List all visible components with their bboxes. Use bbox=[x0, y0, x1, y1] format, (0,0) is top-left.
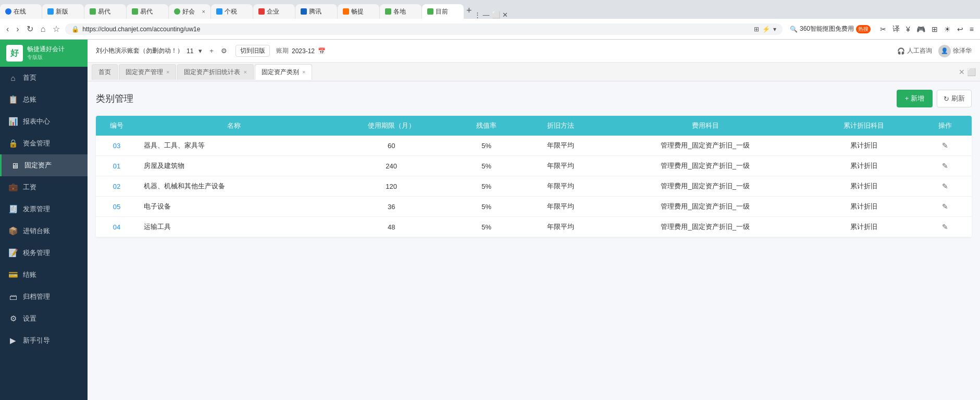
page-tabs: 首页 固定资产管理 × 固定资产折旧统计表 × 固定资产类别 × ✕ ⬜ bbox=[88, 63, 980, 81]
logo-sub: 专版版 bbox=[27, 54, 65, 61]
user-avatar[interactable]: 👤 徐泽华 bbox=[938, 45, 972, 57]
browser-tab-t2[interactable]: 新版 bbox=[42, 4, 84, 19]
sidebar-item-settings[interactable]: ⚙ 设置 bbox=[0, 308, 88, 330]
username-label: 徐泽华 bbox=[953, 46, 972, 55]
sidebar-item-label-invoice: 发票管理 bbox=[23, 204, 50, 214]
cell-residual: 5% bbox=[453, 136, 520, 156]
tab-maximize-button[interactable]: ⬜ bbox=[492, 11, 500, 19]
edit-button[interactable]: ✎ bbox=[918, 176, 972, 197]
grid-icon[interactable]: ⊞ bbox=[929, 24, 940, 34]
secure-icon: 🔒 bbox=[71, 26, 79, 33]
guide-icon: ▶ bbox=[8, 336, 18, 345]
browser-tab-t6[interactable]: 个税 bbox=[211, 4, 253, 19]
page-tab-fa-management[interactable]: 固定资产管理 × bbox=[119, 64, 176, 80]
browser-tab-t11[interactable]: 目前 bbox=[422, 4, 464, 19]
tab-label-t9: 畅提 bbox=[351, 7, 364, 16]
settings-cog-btn[interactable]: ⚙ bbox=[219, 46, 229, 56]
cell-period: 60 bbox=[330, 136, 453, 156]
bookmark-star-icon[interactable]: ⚡ bbox=[762, 26, 770, 33]
nav-reload-button[interactable]: ↻ bbox=[24, 23, 35, 35]
edit-button[interactable]: ✎ bbox=[918, 136, 972, 156]
sidebar-item-label-home: 首页 bbox=[23, 73, 36, 82]
cell-method: 年限平均 bbox=[520, 217, 601, 237]
page-tab-fa-depreciation[interactable]: 固定资产折旧统计表 × bbox=[177, 64, 253, 80]
browser-tab-t5[interactable]: 好会 × bbox=[169, 4, 210, 19]
tab-label-t5: 好会 bbox=[182, 7, 195, 16]
tab-overflow-button[interactable]: ⋮ bbox=[474, 11, 481, 19]
cell-period: 120 bbox=[330, 176, 453, 197]
menu-icon[interactable]: ≡ bbox=[967, 24, 976, 34]
period-label: 账期 bbox=[276, 46, 289, 55]
col-header-accumulated: 累计折旧科目 bbox=[809, 116, 918, 136]
refresh-button[interactable]: ↻ 刷新 bbox=[937, 90, 972, 107]
add-account-btn[interactable]: + bbox=[207, 46, 216, 56]
col-header-action: 操作 bbox=[918, 116, 972, 136]
url-input[interactable]: 🔒 https://cloud.chanjet.com/accounting/u… bbox=[65, 23, 783, 35]
account-dropdown-btn[interactable]: ▾ bbox=[196, 46, 204, 56]
period-area: 账期 2023-12 📅 bbox=[276, 46, 326, 55]
sidebar-item-reports[interactable]: 📊 报表中心 bbox=[0, 111, 88, 132]
account-count: 11 bbox=[187, 47, 193, 55]
funds-icon: 🔒 bbox=[8, 139, 18, 148]
sidebar-item-tax[interactable]: 📝 税务管理 bbox=[0, 242, 88, 264]
browser-tab-t3[interactable]: 易代 bbox=[84, 4, 126, 19]
app-container: 好 畅捷通好会计 专版版 ⌂ 首页 📋 总账 📊 报表中心 🔒 资金管理 bbox=[0, 40, 980, 400]
consult-button[interactable]: 🎧 人工咨询 bbox=[897, 46, 932, 55]
col-header-code: 编号 bbox=[96, 116, 138, 136]
page-tab-fa-category-close[interactable]: × bbox=[302, 69, 305, 75]
browser-tab-t1[interactable]: 在线 bbox=[0, 4, 42, 19]
new-tab-button[interactable]: + bbox=[466, 5, 472, 16]
edit-button[interactable]: ✎ bbox=[918, 217, 972, 237]
scissors-icon[interactable]: ✂ bbox=[878, 24, 888, 34]
edit-button[interactable]: ✎ bbox=[918, 156, 972, 176]
sidebar-item-settlement[interactable]: 💳 结账 bbox=[0, 264, 88, 286]
calendar-icon[interactable]: 📅 bbox=[318, 47, 326, 55]
browser-tab-t7[interactable]: 企业 bbox=[253, 4, 295, 19]
sidebar-item-payroll[interactable]: 💼 工资 bbox=[0, 176, 88, 198]
sidebar-item-guide[interactable]: ▶ 新手引导 bbox=[0, 330, 88, 351]
content-area: 类别管理 + 新增 ↻ 刷新 编号 名称 使用期限（月） 残值率 bbox=[88, 81, 980, 400]
logo-text: 畅捷通好会计 bbox=[27, 45, 65, 54]
cell-expense: 管理费用_固定资产折旧_一级 bbox=[601, 136, 809, 156]
add-category-button[interactable]: + 新增 bbox=[897, 90, 933, 107]
page-tab-fa-category[interactable]: 固定资产类别 × bbox=[255, 64, 312, 80]
sidebar-item-archive[interactable]: 🗃 归档管理 bbox=[0, 286, 88, 308]
page-tab-fa-depreciation-close[interactable]: × bbox=[243, 69, 246, 75]
nav-forward-button[interactable]: › bbox=[14, 23, 21, 35]
game-icon[interactable]: 🎮 bbox=[914, 24, 927, 34]
browser-tab-t9[interactable]: 畅提 bbox=[338, 4, 379, 19]
browser-tab-t4[interactable]: 易代 bbox=[127, 4, 168, 19]
nav-back-button[interactable]: ‹ bbox=[4, 23, 11, 35]
cell-accumulated: 累计折旧 bbox=[809, 136, 918, 156]
sidebar-item-funds[interactable]: 🔒 资金管理 bbox=[0, 132, 88, 154]
cell-expense: 管理费用_固定资产折旧_一级 bbox=[601, 197, 809, 217]
url-dropdown-icon[interactable]: ▾ bbox=[773, 26, 776, 33]
switch-old-version-btn[interactable]: 切到旧版 bbox=[235, 45, 270, 57]
nav-home-button[interactable]: ⌂ bbox=[39, 23, 48, 35]
tab-close-t5[interactable]: × bbox=[202, 8, 205, 15]
browser-tab-t10[interactable]: 各地 bbox=[380, 4, 421, 19]
site-info-icon[interactable]: ⊞ bbox=[754, 26, 759, 33]
tab-close-window-button[interactable]: ✕ bbox=[502, 11, 508, 19]
sidebar-item-inventory[interactable]: 📦 进销台账 bbox=[0, 220, 88, 242]
tab-label-t6: 个税 bbox=[225, 7, 237, 16]
close-all-tabs-btn[interactable]: ✕ bbox=[959, 68, 965, 76]
translate-icon[interactable]: 译 bbox=[890, 23, 902, 35]
sidebar-item-fixed-assets[interactable]: 🖥 固定资产 bbox=[0, 154, 88, 176]
undo-icon[interactable]: ↩ bbox=[955, 24, 965, 34]
page-tab-home[interactable]: 首页 bbox=[92, 64, 118, 80]
settlement-icon: 💳 bbox=[8, 270, 18, 280]
edit-button[interactable]: ✎ bbox=[918, 197, 972, 217]
browser-tab-t8[interactable]: 腾讯 bbox=[295, 4, 337, 19]
logo-text-area: 畅捷通好会计 专版版 bbox=[27, 45, 65, 61]
nav-bookmark-button[interactable]: ☆ bbox=[51, 23, 62, 35]
user-name: 刘小艳演示账套（勿删勿动！） bbox=[96, 46, 183, 55]
tab-minimize-button[interactable]: — bbox=[483, 11, 490, 19]
page-tab-fa-management-close[interactable]: × bbox=[166, 69, 169, 75]
maximize-tab-btn[interactable]: ⬜ bbox=[967, 68, 976, 76]
sidebar-item-invoice[interactable]: 🧾 发票管理 bbox=[0, 198, 88, 220]
brightness-icon[interactable]: ☀ bbox=[942, 24, 953, 34]
sidebar-item-ledger[interactable]: 📋 总账 bbox=[0, 89, 88, 111]
wallet-icon[interactable]: ¥ bbox=[904, 24, 912, 34]
sidebar-item-home[interactable]: ⌂ 首页 bbox=[0, 67, 88, 89]
